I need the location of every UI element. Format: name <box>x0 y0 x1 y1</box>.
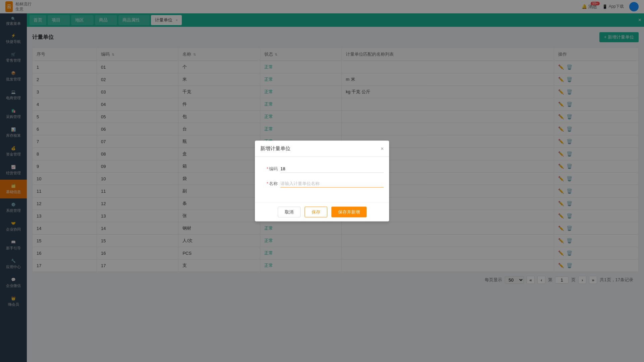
add-unit-modal: 新增计量单位 × *编码 *名称 取消 保存 保存并新增 <box>255 141 389 222</box>
save-and-new-button[interactable]: 保存并新增 <box>331 207 367 218</box>
modal-title: 新增计量单位 <box>260 145 290 152</box>
cancel-button[interactable]: 取消 <box>278 207 301 218</box>
modal-footer: 取消 保存 保存并新增 <box>255 202 389 222</box>
name-input[interactable] <box>280 180 384 188</box>
modal-close-btn[interactable]: × <box>381 145 384 152</box>
save-button[interactable]: 保存 <box>305 207 327 218</box>
form-code-label: *编码 <box>260 166 280 172</box>
modal-header: 新增计量单位 × <box>255 141 389 157</box>
form-row-code: *编码 <box>260 165 384 173</box>
code-input[interactable] <box>280 165 384 173</box>
required-mark-code: * <box>267 166 268 171</box>
modal-body: *编码 *名称 <box>255 157 389 202</box>
required-mark-name: * <box>267 181 268 186</box>
form-name-label: *名称 <box>260 181 280 187</box>
form-row-name: *名称 <box>260 180 384 188</box>
